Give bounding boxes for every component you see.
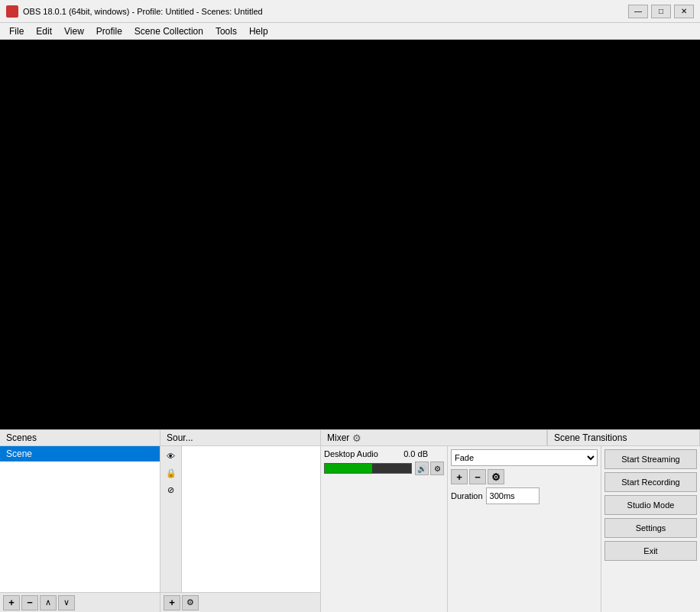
right-buttons: Start Streaming Start Recording Studio M… <box>601 446 700 612</box>
exit-button[interactable]: Exit <box>604 541 697 561</box>
menu-view[interactable]: View <box>58 23 90 39</box>
transition-gear-button[interactable]: ⚙ <box>488 469 504 484</box>
sources-panel-header: Sour... <box>160 430 321 445</box>
sources-icon-col: 👁 🔒 ⊘ <box>160 446 182 592</box>
track-icons: 🔊 ⚙ <box>415 461 444 475</box>
transitions-panel: Fade Cut Swipe Slide Stinger Luma Wipe +… <box>448 446 601 612</box>
menu-tools[interactable]: Tools <box>209 23 243 39</box>
track-label: Desktop Audio <box>324 449 393 458</box>
track-db: 0.0 dB <box>397 449 428 458</box>
panel-headers: Scenes Sour... Mixer ⚙ Scene Transitions <box>0 429 700 446</box>
maximize-button[interactable]: □ <box>651 5 671 18</box>
scenes-toolbar: + − ∧ ∨ <box>0 592 160 612</box>
mixer-bar-row: 🔊 ⚙ <box>324 461 444 475</box>
app-icon <box>6 5 18 18</box>
menu-profile[interactable]: Profile <box>90 23 128 39</box>
scenes-label: Scenes <box>6 432 37 443</box>
close-button[interactable]: ✕ <box>674 5 694 18</box>
window-title: OBS 18.0.1 (64bit, windows) - Profile: U… <box>23 7 628 16</box>
menu-help[interactable]: Help <box>243 23 274 39</box>
scene-move-up-button[interactable]: ∧ <box>40 595 57 610</box>
source-lock-icon-1[interactable]: 🔒 <box>160 465 181 481</box>
title-bar: OBS 18.0.1 (64bit, windows) - Profile: U… <box>0 0 700 23</box>
bottom-section: Scenes Sour... Mixer ⚙ Scene Transitions… <box>0 429 700 612</box>
start-recording-button[interactable]: Start Recording <box>604 472 697 492</box>
transition-remove-button[interactable]: − <box>469 469 486 484</box>
sources-panel: 👁 🔒 ⊘ + ⚙ Audio Input Capture Audio Outp… <box>160 446 321 612</box>
transition-edit-row: + − ⚙ <box>451 469 598 484</box>
sources-list <box>182 446 320 592</box>
mixer-track-desktop: Desktop Audio 0.0 dB <box>324 449 444 458</box>
preview-area <box>0 40 700 429</box>
source-eye-icon-1[interactable]: 👁 <box>160 448 181 465</box>
menu-bar: File Edit View Profile Scene Collection … <box>0 23 700 40</box>
scenes-panel: Scene + − ∧ ∨ <box>0 446 160 612</box>
scenes-list: Scene <box>0 446 160 592</box>
minimize-button[interactable]: — <box>628 5 648 18</box>
menu-file[interactable]: File <box>3 23 30 39</box>
scene-move-down-button[interactable]: ∨ <box>58 595 75 610</box>
track-bar-container <box>324 463 412 474</box>
source-filter-icon-1[interactable]: ⊘ <box>160 481 181 498</box>
mixer-gear-icon[interactable]: ⚙ <box>352 432 363 443</box>
menu-scene-collection[interactable]: Scene Collection <box>128 23 209 39</box>
scene-remove-button[interactable]: − <box>21 595 38 610</box>
track-bar-fill <box>325 464 372 473</box>
start-streaming-button[interactable]: Start Streaming <box>604 449 697 469</box>
source-settings-button[interactable]: ⚙ <box>182 595 199 610</box>
settings-button[interactable]: Settings <box>604 518 697 538</box>
transition-add-button[interactable]: + <box>451 469 468 484</box>
transitions-controls: Fade Cut Swipe Slide Stinger Luma Wipe <box>451 449 598 466</box>
mixer-panel-header: Mixer ⚙ <box>321 430 547 445</box>
menu-edit[interactable]: Edit <box>30 23 58 39</box>
source-add-button[interactable]: + <box>164 595 180 610</box>
mixer-label: Mixer <box>327 432 349 443</box>
duration-row: Duration <box>451 487 598 504</box>
scene-add-button[interactable]: + <box>3 595 20 610</box>
sources-label: Sour... <box>167 432 193 443</box>
window-controls: — □ ✕ <box>628 5 694 18</box>
transitions-label: Scene Transitions <box>554 432 627 443</box>
studio-mode-button[interactable]: Studio Mode <box>604 495 697 515</box>
track-mute-button[interactable]: 🔊 <box>415 461 429 475</box>
duration-input[interactable] <box>486 487 540 504</box>
duration-label: Duration <box>451 491 483 500</box>
transitions-panel-header: Scene Transitions <box>547 430 700 445</box>
track-settings-button[interactable]: ⚙ <box>430 461 444 475</box>
transition-select[interactable]: Fade Cut Swipe Slide Stinger Luma Wipe <box>451 449 598 466</box>
scenes-panel-header: Scenes <box>0 430 160 445</box>
sources-toolbar: + ⚙ <box>160 592 320 612</box>
mixer-panel: Desktop Audio 0.0 dB 🔊 ⚙ <box>321 446 448 612</box>
scene-item[interactable]: Scene <box>0 446 160 461</box>
panels-inner: Scene + − ∧ ∨ 👁 🔒 ⊘ + ⚙ <box>0 446 700 612</box>
